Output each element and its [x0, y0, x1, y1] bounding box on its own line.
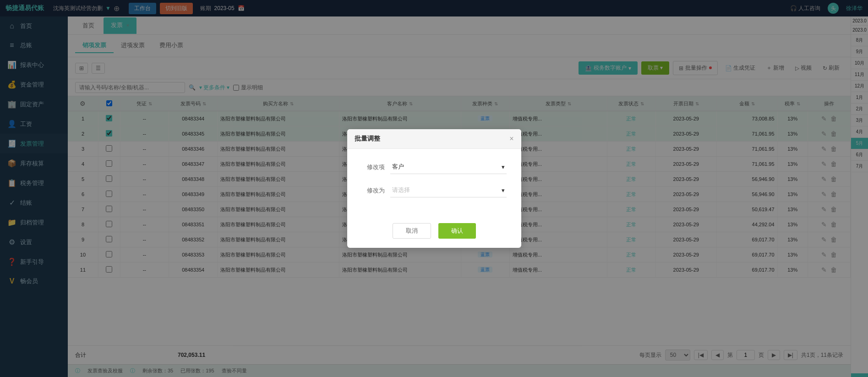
modify-field-label: 修改项	[362, 163, 385, 171]
modify-value-label: 修改为	[362, 186, 385, 195]
confirm-button[interactable]: 确认	[438, 223, 476, 239]
modal-footer: 取消 确认	[347, 218, 521, 248]
batch-adjust-modal: 批量调整 × 修改项 客户 ▾ 修改为 请选择 ▾ 取消 确认	[347, 129, 521, 248]
modify-value-row: 修改为 请选择 ▾	[362, 183, 507, 197]
value-select-arrow-icon: ▾	[502, 187, 505, 194]
cancel-button[interactable]: 取消	[393, 223, 431, 239]
modify-field-row: 修改项 客户 ▾	[362, 160, 507, 174]
modify-value-select[interactable]: 请选择 ▾	[390, 183, 507, 197]
modify-field-select[interactable]: 客户 ▾	[390, 160, 507, 174]
select-arrow-icon: ▾	[502, 164, 505, 170]
modal-overlay: 批量调整 × 修改项 客户 ▾ 修改为 请选择 ▾ 取消 确认	[0, 0, 868, 377]
modal-title: 批量调整	[355, 135, 380, 143]
modal-body: 修改项 客户 ▾ 修改为 请选择 ▾	[347, 149, 521, 218]
modal-close-button[interactable]: ×	[509, 135, 513, 143]
modal-header: 批量调整 ×	[347, 129, 521, 149]
